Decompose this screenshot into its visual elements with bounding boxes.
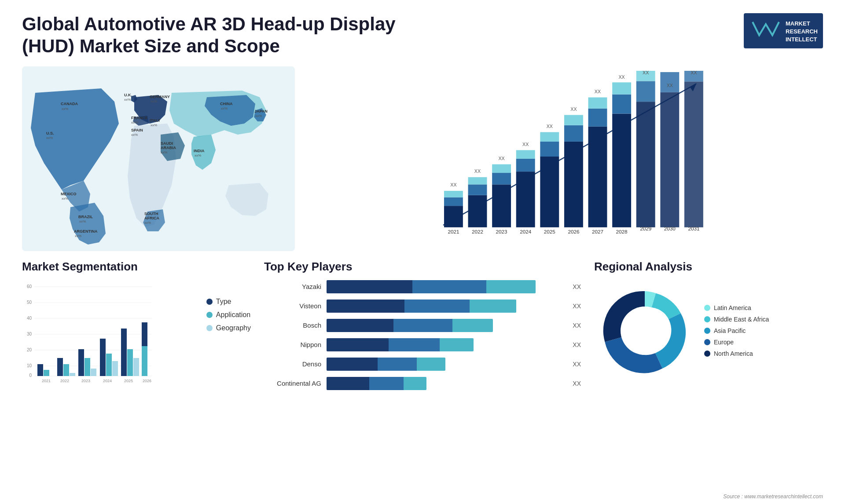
svg-rect-55 xyxy=(516,159,535,172)
svg-text:2021: 2021 xyxy=(448,229,459,234)
page-title: Global Automotive AR 3D Head-up Display … xyxy=(22,13,418,58)
donut-legend: Latin America Middle East & Africa Asia … xyxy=(704,304,769,357)
svg-text:2021: 2021 xyxy=(42,379,51,383)
player-value-bosch: XX xyxy=(573,319,581,332)
svg-text:XX: XX xyxy=(547,123,553,128)
dot-middle-east-africa xyxy=(704,316,710,322)
svg-text:xx%: xx% xyxy=(62,107,68,111)
svg-rect-41 xyxy=(444,191,463,197)
svg-rect-74 xyxy=(612,113,631,227)
dot-europe xyxy=(704,339,710,345)
svg-text:XX: XX xyxy=(522,141,529,146)
svg-rect-69 xyxy=(588,127,607,227)
svg-text:RESEARCH: RESEARCH xyxy=(786,28,818,35)
svg-text:XX: XX xyxy=(691,71,697,75)
svg-rect-76 xyxy=(612,82,631,94)
svg-text:MARKET: MARKET xyxy=(786,20,810,27)
svg-text:SOUTH: SOUTH xyxy=(144,212,158,216)
dot-latin-america xyxy=(704,305,710,311)
svg-text:JAPAN: JAPAN xyxy=(254,109,268,113)
svg-text:2024: 2024 xyxy=(520,229,532,234)
svg-rect-115 xyxy=(91,369,96,376)
source-text: Source : www.marketresearchintellect.com xyxy=(723,493,823,500)
seg-chart-container: 60 50 40 30 20 10 0 xyxy=(22,280,251,381)
svg-rect-121 xyxy=(121,329,127,376)
svg-rect-86 xyxy=(684,81,703,227)
svg-text:0: 0 xyxy=(29,373,32,378)
svg-text:BRAZIL: BRAZIL xyxy=(78,215,93,219)
legend-middle-east-africa: Middle East & Africa xyxy=(704,316,769,323)
svg-rect-106 xyxy=(37,364,43,376)
svg-text:XX: XX xyxy=(595,88,601,94)
label-europe: Europe xyxy=(714,339,734,346)
svg-rect-109 xyxy=(57,358,63,376)
svg-text:2025: 2025 xyxy=(544,229,556,234)
svg-text:2029: 2029 xyxy=(640,225,651,231)
bottom-grid: Market Segmentation 60 50 40 30 20 10 0 xyxy=(22,260,823,390)
legend-asia-pacific: Asia Pacific xyxy=(704,327,769,334)
growth-chart-svg: XX 2021 XX 2022 XX 2023 XX 2024 xyxy=(312,71,814,242)
legend-application: Application xyxy=(206,311,251,319)
player-bar-nippon xyxy=(327,338,564,351)
player-row-continental: Continental AG XX xyxy=(264,377,581,390)
svg-rect-122 xyxy=(127,349,133,376)
legend-latin-america: Latin America xyxy=(704,304,769,311)
svg-text:2023: 2023 xyxy=(496,229,507,234)
svg-rect-39 xyxy=(444,206,463,227)
player-value-nippon: XX xyxy=(573,338,581,351)
seg-legend: Type Application Geography xyxy=(206,280,251,332)
svg-text:XX: XX xyxy=(570,106,577,111)
svg-text:2027: 2027 xyxy=(592,229,603,234)
svg-text:2026: 2026 xyxy=(568,229,579,234)
svg-rect-79 xyxy=(636,102,655,227)
svg-rect-110 xyxy=(63,364,69,376)
legend-europe: Europe xyxy=(704,339,769,346)
svg-text:GERMANY: GERMANY xyxy=(150,95,170,99)
svg-rect-65 xyxy=(564,125,583,142)
svg-rect-107 xyxy=(44,370,49,376)
svg-text:60: 60 xyxy=(27,284,32,289)
svg-text:2022: 2022 xyxy=(60,379,69,383)
svg-text:50: 50 xyxy=(27,300,32,305)
svg-rect-61 xyxy=(540,132,559,141)
svg-text:MEXICO: MEXICO xyxy=(61,192,77,196)
svg-rect-71 xyxy=(588,97,607,108)
legend-dot-geography xyxy=(206,325,213,331)
svg-text:XX: XX xyxy=(474,168,481,174)
svg-rect-119 xyxy=(112,361,118,376)
svg-text:xx%: xx% xyxy=(46,136,53,140)
page-container: Global Automotive AR 3D Head-up Display … xyxy=(0,0,845,504)
players-bars-list: Yazaki XX Visteon xyxy=(264,280,581,390)
map-section: CANADA xx% U.S. xx% MEXICO xx% BRAZIL xx… xyxy=(22,66,295,251)
player-name-yazaki: Yazaki xyxy=(264,283,321,290)
svg-rect-70 xyxy=(588,109,607,127)
label-latin-america: Latin America xyxy=(714,304,751,311)
player-row-visteon: Visteon XX xyxy=(264,299,581,313)
svg-text:CANADA: CANADA xyxy=(61,102,78,106)
legend-north-america: North America xyxy=(704,350,769,357)
svg-text:ITALY: ITALY xyxy=(150,118,161,123)
seg-svg: 60 50 40 30 20 10 0 xyxy=(22,280,198,381)
svg-rect-111 xyxy=(70,373,75,376)
svg-text:2025: 2025 xyxy=(124,379,133,383)
player-row-bosch: Bosch XX xyxy=(264,319,581,332)
legend-dot-application xyxy=(206,312,213,318)
svg-text:xx%: xx% xyxy=(131,133,138,137)
svg-text:xx%: xx% xyxy=(151,99,157,103)
svg-text:SPAIN: SPAIN xyxy=(131,128,143,132)
bar-chart-section: XX 2021 XX 2022 XX 2023 XX 2024 xyxy=(304,66,823,251)
svg-text:2028: 2028 xyxy=(616,229,628,234)
legend-type: Type xyxy=(206,298,251,306)
segmentation-title: Market Segmentation xyxy=(22,260,251,274)
svg-rect-44 xyxy=(468,195,487,227)
legend-dot-type xyxy=(206,299,213,305)
svg-text:2024: 2024 xyxy=(103,379,112,383)
player-name-continental: Continental AG xyxy=(264,380,321,387)
legend-label-application: Application xyxy=(216,311,250,319)
svg-text:10: 10 xyxy=(27,363,32,368)
svg-rect-114 xyxy=(84,358,90,376)
svg-text:ARGENTINA: ARGENTINA xyxy=(74,229,98,234)
player-bar-visteon xyxy=(327,299,564,313)
player-value-denso: XX xyxy=(573,358,581,371)
svg-text:xx%: xx% xyxy=(151,123,157,127)
